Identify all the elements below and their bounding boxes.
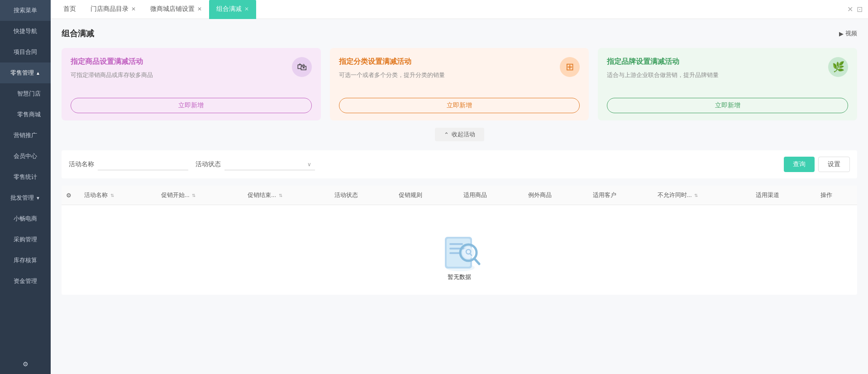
th-applicable-goods: 适用商品 (459, 186, 524, 205)
th-activity-status: 活动状态 (330, 186, 395, 205)
brand-card: 指定品牌设置满减活动 🌿 适合与上游企业联合做营销，提升品牌销量 立即新增 (598, 48, 857, 120)
main-area: 首页 门店商品目录 ✕ 微商城店铺设置 ✕ 组合满减 ✕ ✕ ⊡ 组合满减 ▶ … (51, 0, 868, 374)
brand-card-add-button[interactable]: 立即新增 (607, 98, 848, 113)
empty-row: 暂无数据 (62, 205, 857, 295)
svg-rect-3 (449, 243, 463, 245)
sidebar-item-retail-stats[interactable]: 零售统计 (0, 167, 51, 187)
search-bar: 活动名称 活动状态 查询 设置 (62, 150, 857, 178)
table-wrapper: ⚙ 活动名称 ⇅ 促销开始... ⇅ 促销结束... ⇅ (62, 186, 857, 295)
settings-gear-icon[interactable]: ⚙ (0, 354, 51, 374)
th-activity-name[interactable]: 活动名称 ⇅ (80, 186, 157, 205)
maximize-window-icon[interactable]: ⊡ (857, 5, 863, 14)
th-no-concurrent[interactable]: 不允许同时... ⇅ (653, 186, 751, 205)
settings-button[interactable]: 设置 (818, 157, 850, 172)
sidebar-item-project-contract[interactable]: 项目合同 (0, 42, 51, 62)
arrow-icon: ▲ (36, 71, 40, 76)
category-card-title: 指定分类设置满减活动 (339, 57, 580, 67)
sidebar-item-label: 零售统计 (14, 173, 37, 181)
activity-status-label: 活动状态 (196, 160, 221, 168)
th-applicable-channel: 适用渠道 (751, 186, 816, 205)
category-card: 指定分类设置满减活动 ⊞ 可选一个或者多个分类，提升分类的销量 立即新增 (330, 48, 589, 120)
activity-status-select[interactable] (224, 159, 315, 170)
window-controls: ✕ ⊡ (847, 5, 863, 14)
sidebar-item-label: 资金管理 (14, 277, 37, 285)
page-header: 组合满减 ▶ 视频 (62, 28, 857, 39)
sidebar-item-label: 零售商城 (17, 110, 41, 119)
product-card: 指定商品设置满减活动 🛍 可指定滞销商品或库存较多商品 立即新增 (62, 48, 321, 120)
sidebar-item-xiaochangec[interactable]: 小畅电商 (0, 208, 51, 229)
grid-icon: ⊞ (566, 61, 574, 73)
sort-icon: ⇅ (279, 193, 282, 198)
video-link[interactable]: ▶ 视频 (839, 29, 857, 38)
tab-close-icon[interactable]: ✕ (197, 6, 202, 12)
sidebar-item-finance[interactable]: 资金管理 (0, 271, 51, 292)
query-button[interactable]: 查询 (784, 157, 815, 172)
th-promo-start[interactable]: 促销开始... ⇅ (157, 186, 243, 205)
arrow-icon: ▼ (36, 196, 40, 201)
empty-text: 暂无数据 (448, 273, 471, 281)
product-card-desc: 可指定滞销商品或库存较多商品 (71, 71, 312, 91)
table-gear-icon: ⚙ (66, 192, 72, 199)
brand-card-desc: 适合与上游企业联合做营销，提升品牌销量 (607, 71, 848, 91)
table-body: 暂无数据 (62, 205, 857, 295)
activity-name-field: 活动名称 (69, 159, 188, 170)
sidebar: 搜索菜单 快捷导航 项目合同 零售管理 ▲ 智慧门店 零售商城 营销推广 会员中… (0, 0, 51, 374)
empty-illustration (432, 228, 486, 273)
tab-product-catalog[interactable]: 门店商品目录 ✕ (83, 0, 143, 19)
product-card-add-button[interactable]: 立即新增 (71, 98, 312, 113)
sidebar-item-label: 项目合同 (14, 48, 37, 56)
play-icon: ▶ (839, 30, 844, 37)
sidebar-item-smart-store[interactable]: 智慧门店 (0, 83, 51, 104)
tab-combo-discount[interactable]: 组合满减 ✕ (209, 0, 256, 19)
activity-name-label: 活动名称 (69, 160, 94, 168)
sidebar-item-label: 小畅电商 (14, 215, 37, 223)
sidebar-item-inventory[interactable]: 库存核算 (0, 250, 51, 271)
collapse-row: ⌃ 收起活动 (62, 128, 857, 141)
tab-bar: 首页 门店商品目录 ✕ 微商城店铺设置 ✕ 组合满减 ✕ ✕ ⊡ (51, 0, 868, 19)
sidebar-item-purchase-management[interactable]: 采购管理 (0, 229, 51, 250)
content-area: 组合满减 ▶ 视频 指定商品设置满减活动 🛍 可指定滞销商品或库存较多商品 立即… (51, 19, 868, 374)
tab-close-icon[interactable]: ✕ (131, 6, 136, 12)
sidebar-item-label: 零售管理 (10, 69, 34, 77)
sidebar-item-label: 库存核算 (14, 256, 37, 264)
tab-home[interactable]: 首页 (56, 0, 83, 19)
sidebar-item-quick-nav[interactable]: 快捷导航 (0, 21, 51, 42)
category-card-desc: 可选一个或者多个分类，提升分类的销量 (339, 71, 580, 91)
sort-icon: ⇅ (110, 193, 114, 198)
page-title: 组合满减 (62, 28, 94, 39)
sort-icon: ⇅ (192, 193, 196, 198)
th-promo-rule: 促销规则 (394, 186, 459, 205)
sidebar-item-retail-mall[interactable]: 零售商城 (0, 104, 51, 125)
sidebar-item-member-center[interactable]: 会员中心 (0, 146, 51, 167)
cards-row: 指定商品设置满减活动 🛍 可指定滞销商品或库存较多商品 立即新增 指定分类设置满… (62, 48, 857, 120)
sidebar-item-retail-management[interactable]: 零售管理 ▲ (0, 62, 51, 83)
sidebar-item-marketing[interactable]: 营销推广 (0, 125, 51, 146)
tab-close-icon[interactable]: ✕ (244, 6, 249, 12)
sidebar-item-label: 营销推广 (14, 131, 37, 139)
svg-point-7 (463, 247, 474, 259)
tab-wechat-store[interactable]: 微商城店铺设置 ✕ (143, 0, 209, 19)
data-table: ⚙ 活动名称 ⇅ 促销开始... ⇅ 促销结束... ⇅ (62, 186, 857, 295)
empty-state: 暂无数据 (62, 205, 857, 295)
collapse-button[interactable]: ⌃ 收起活动 (435, 128, 484, 141)
th-excluded-goods: 例外商品 (524, 186, 588, 205)
collapse-icon: ⌃ (444, 131, 449, 138)
sidebar-item-search-menu[interactable]: 搜索菜单 (0, 0, 51, 21)
sidebar-item-label: 批发管理 (10, 194, 34, 202)
sidebar-item-wholesale-management[interactable]: 批发管理 ▼ (0, 187, 51, 208)
close-window-icon[interactable]: ✕ (847, 5, 853, 14)
th-gear[interactable]: ⚙ (62, 186, 80, 205)
category-card-add-button[interactable]: 立即新增 (339, 98, 580, 113)
table-header-row: ⚙ 活动名称 ⇅ 促销开始... ⇅ 促销结束... ⇅ (62, 186, 857, 205)
th-promo-end[interactable]: 促销结束... ⇅ (243, 186, 329, 205)
svg-rect-5 (449, 252, 460, 254)
th-applicable-customer: 适用客户 (588, 186, 653, 205)
collapse-label: 收起活动 (452, 130, 475, 139)
svg-line-8 (474, 259, 479, 264)
activity-name-input[interactable] (98, 159, 188, 170)
sidebar-item-label: 智慧门店 (17, 90, 41, 98)
product-card-icon: 🛍 (292, 57, 312, 77)
sidebar-item-label: 会员中心 (14, 152, 37, 160)
search-actions: 查询 设置 (784, 157, 850, 172)
activity-status-field: 活动状态 (196, 159, 315, 170)
